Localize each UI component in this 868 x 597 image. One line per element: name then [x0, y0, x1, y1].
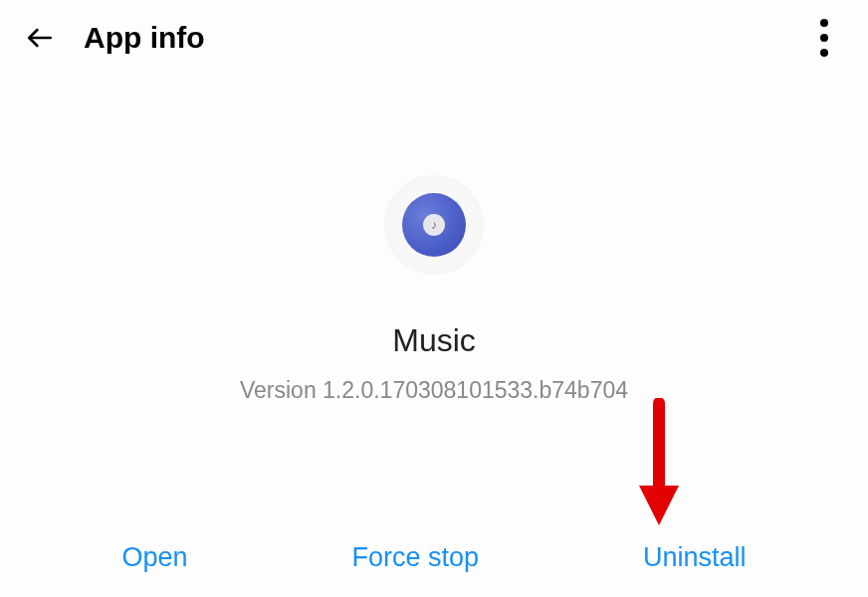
page-title: App info: [84, 21, 205, 55]
force-stop-button[interactable]: Force stop: [351, 542, 479, 573]
svg-marker-2: [639, 486, 679, 525]
menu-dot-icon: [820, 19, 828, 27]
uninstall-button[interactable]: Uninstall: [643, 542, 747, 573]
arrow-left-icon: [24, 22, 56, 54]
app-icon-container: ♪: [384, 175, 484, 275]
back-button[interactable]: [20, 18, 60, 58]
overflow-menu-button[interactable]: [804, 18, 844, 58]
open-button[interactable]: Open: [121, 542, 187, 573]
app-version: Version 1.2.0.170308101533.b74b704: [240, 377, 628, 404]
menu-dot-icon: [820, 34, 828, 42]
menu-dot-icon: [820, 49, 828, 57]
app-name: Music: [392, 322, 476, 359]
app-info-section: ♪ Music Version 1.2.0.170308101533.b74b7…: [0, 175, 868, 404]
music-note-icon: ♪: [423, 214, 445, 236]
app-icon: ♪: [402, 193, 466, 257]
action-bar: Open Force stop Uninstall: [0, 542, 868, 573]
annotation-arrow-icon: [629, 398, 689, 527]
header-bar: App info: [0, 0, 868, 76]
